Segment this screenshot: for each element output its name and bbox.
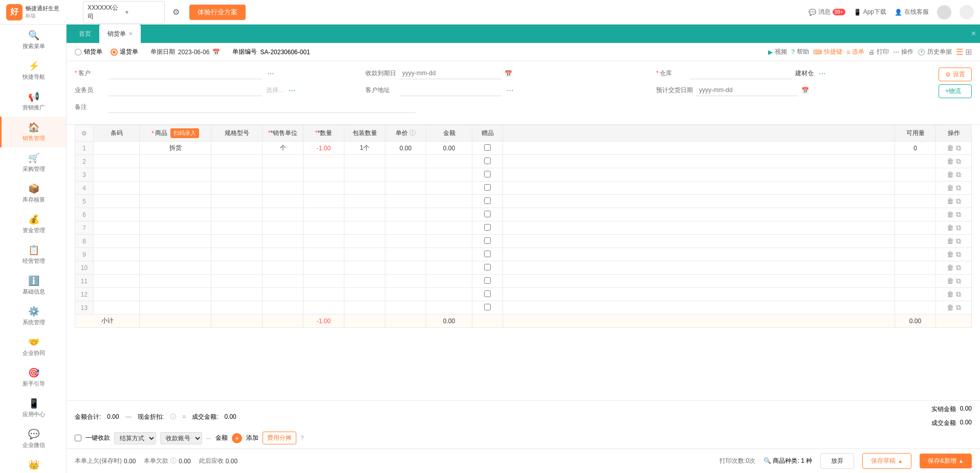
barcode-input[interactable] bbox=[98, 185, 135, 192]
discount-info-icon[interactable]: ⓘ bbox=[170, 413, 176, 421]
cell-remark[interactable] bbox=[503, 301, 895, 314]
spec-input[interactable] bbox=[215, 171, 258, 178]
radio-sales[interactable]: 销货单 bbox=[75, 48, 102, 56]
sidebar-item-wechat[interactable]: 💬 企业微信 bbox=[0, 423, 66, 454]
barcode-input[interactable] bbox=[98, 264, 135, 272]
cell-gift[interactable] bbox=[472, 142, 503, 155]
delete-row-icon[interactable]: 🗑 bbox=[947, 144, 954, 152]
settings-icon[interactable]: ⚙ bbox=[169, 5, 183, 19]
th-config[interactable]: ⚙ bbox=[75, 125, 94, 142]
cell-qty[interactable] bbox=[303, 248, 344, 261]
cell-gift[interactable] bbox=[472, 235, 503, 248]
copy-row-icon[interactable]: ⧉ bbox=[956, 223, 961, 232]
spec-input[interactable] bbox=[215, 198, 258, 205]
barcode-input[interactable] bbox=[98, 158, 135, 165]
action-print[interactable]: 🖨 打印 bbox=[868, 48, 889, 56]
spec-input[interactable] bbox=[215, 291, 258, 298]
cell-barcode[interactable] bbox=[94, 195, 140, 208]
cell-gift[interactable] bbox=[472, 221, 503, 235]
warehouse-dots[interactable]: ··· bbox=[819, 69, 825, 78]
cell-barcode[interactable] bbox=[94, 155, 140, 168]
cell-barcode[interactable] bbox=[94, 182, 140, 195]
sidebar-item-marketing[interactable]: 📢 营销推广 bbox=[0, 86, 66, 117]
action-select[interactable]: ≡ 选单 bbox=[846, 48, 864, 56]
cell-qty[interactable] bbox=[303, 195, 344, 208]
message-btn[interactable]: 💬 消息 99+ bbox=[809, 8, 845, 16]
gift-checkbox[interactable] bbox=[484, 224, 491, 231]
cell-qty[interactable] bbox=[303, 221, 344, 235]
cell-price[interactable] bbox=[385, 301, 426, 314]
salesman-dots[interactable]: ··· bbox=[289, 86, 295, 95]
sidebar-item-members[interactable]: 👑 畅会员 bbox=[0, 454, 66, 473]
app-download-btn[interactable]: 📱 App下载 bbox=[854, 8, 886, 16]
copy-row-icon[interactable]: ⧉ bbox=[956, 263, 961, 272]
tab-bar-close-icon[interactable]: × bbox=[971, 29, 976, 38]
scan-barcode-button[interactable]: 扫码录入 bbox=[170, 128, 199, 138]
sidebar-item-sales[interactable]: 🏠 销售管理 bbox=[0, 117, 66, 147]
cell-spec[interactable] bbox=[211, 155, 263, 168]
sidebar-item-guide[interactable]: 🎯 新手引导 bbox=[0, 362, 66, 393]
delete-row-icon[interactable]: 🗑 bbox=[947, 223, 954, 232]
expense-split-info-icon[interactable]: ? bbox=[300, 435, 304, 442]
tab-home[interactable]: 首页 bbox=[71, 25, 99, 43]
barcode-input[interactable] bbox=[98, 224, 135, 232]
barcode-input[interactable] bbox=[98, 251, 135, 258]
cell-barcode[interactable] bbox=[94, 288, 140, 301]
cell-spec[interactable] bbox=[211, 208, 263, 221]
copy-row-icon[interactable]: ⧉ bbox=[956, 144, 961, 152]
customer-addr-dots[interactable]: ··· bbox=[507, 86, 513, 95]
customer-input[interactable] bbox=[108, 67, 262, 79]
barcode-input[interactable] bbox=[98, 238, 135, 245]
cell-barcode[interactable] bbox=[94, 168, 140, 182]
save-new-button[interactable]: 保存&新增 ▲ bbox=[920, 454, 972, 468]
cell-gift[interactable] bbox=[472, 182, 503, 195]
cell-remark[interactable] bbox=[503, 155, 895, 168]
gift-checkbox[interactable] bbox=[484, 251, 491, 257]
cell-remark[interactable] bbox=[503, 275, 895, 288]
copy-row-icon[interactable]: ⧉ bbox=[956, 170, 961, 179]
customer-addr-input[interactable] bbox=[399, 84, 502, 96]
cell-barcode[interactable] bbox=[94, 248, 140, 261]
cell-barcode[interactable] bbox=[94, 261, 140, 275]
cell-spec[interactable] bbox=[211, 301, 263, 314]
cell-barcode[interactable] bbox=[94, 221, 140, 235]
delete-row-icon[interactable]: 🗑 bbox=[947, 170, 954, 179]
cell-price[interactable] bbox=[385, 182, 426, 195]
one-click-checkbox[interactable] bbox=[75, 435, 81, 441]
form-setting-button[interactable]: ⚙ 设置 bbox=[939, 67, 972, 81]
cell-gift[interactable] bbox=[472, 261, 503, 275]
customer-dots[interactable]: ··· bbox=[267, 69, 274, 78]
online-support-btn[interactable]: 👤 在线客服 bbox=[895, 8, 929, 16]
delete-row-icon[interactable]: 🗑 bbox=[947, 157, 954, 166]
cell-qty[interactable] bbox=[303, 301, 344, 314]
expense-split-button[interactable]: 费用分摊 bbox=[263, 432, 296, 444]
payment-due-calendar-icon[interactable]: 📅 bbox=[505, 70, 512, 77]
sidebar-item-apps[interactable]: 📱 应用中心 bbox=[0, 393, 66, 423]
cell-gift[interactable] bbox=[472, 208, 503, 221]
form-logistics-button[interactable]: +物流 bbox=[939, 84, 972, 98]
cell-price[interactable] bbox=[385, 261, 426, 275]
gift-checkbox[interactable] bbox=[484, 277, 491, 284]
cell-qty[interactable] bbox=[303, 182, 344, 195]
delete-row-icon[interactable]: 🗑 bbox=[947, 237, 954, 245]
cell-gift[interactable] bbox=[472, 275, 503, 288]
spec-input[interactable] bbox=[215, 158, 258, 165]
barcode-input[interactable] bbox=[98, 211, 135, 218]
save-draft-button[interactable]: 保存草稿 ▲ bbox=[862, 453, 911, 469]
copy-row-icon[interactable]: ⧉ bbox=[956, 303, 961, 312]
barcode-input[interactable] bbox=[98, 278, 135, 285]
cell-remark[interactable] bbox=[503, 248, 895, 261]
cell-price[interactable]: 0.00 bbox=[385, 142, 426, 155]
dots-account[interactable]: ··· bbox=[206, 435, 211, 442]
cell-price[interactable] bbox=[385, 221, 426, 235]
action-video[interactable]: ▶ 视频 bbox=[768, 48, 787, 56]
sidebar-item-system[interactable]: ⚙️ 系统管理 bbox=[0, 301, 66, 331]
gift-checkbox[interactable] bbox=[484, 184, 491, 191]
cell-qty[interactable] bbox=[303, 168, 344, 182]
action-shortcut[interactable]: ⌨ 快捷键 bbox=[813, 48, 842, 56]
cell-remark[interactable] bbox=[503, 288, 895, 301]
delete-row-icon[interactable]: 🗑 bbox=[947, 290, 954, 299]
copy-row-icon[interactable]: ⧉ bbox=[956, 157, 961, 166]
warehouse-input[interactable] bbox=[690, 67, 792, 79]
copy-row-icon[interactable]: ⧉ bbox=[956, 184, 961, 192]
